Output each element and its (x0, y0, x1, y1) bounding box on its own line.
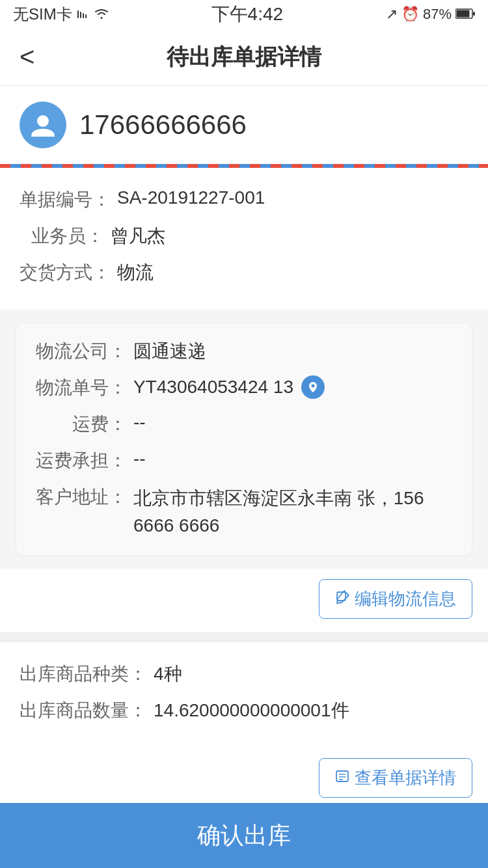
freight-bearer-label: 运费承担： (29, 448, 133, 473)
logistics-tracking-value: YT43064053424 13 (133, 375, 459, 399)
freight-value: -- (133, 412, 459, 433)
goods-section: 出库商品种类： 4种 出库商品数量： 14.620000000000001件 (0, 642, 488, 748)
location-icon: ↗ (386, 6, 398, 23)
alarm-icon: ⏰ (401, 6, 419, 23)
edit-logistics-label: 编辑物流信息 (355, 588, 456, 610)
status-right: ↗ ⏰ 87% (386, 6, 475, 23)
order-info-section: 单据编号： SA-20191227-001 业务员： 曾凡杰 交货方式： 物流 (0, 168, 488, 310)
confirm-button-label: 确认出库 (197, 820, 291, 852)
carrier-label: 无SIM卡 (13, 4, 72, 25)
status-bar: 无SIM卡 下午4:42 ↗ ⏰ 87% (0, 0, 488, 29)
logistics-tracking-row: 物流单号： YT43064053424 13 (29, 375, 459, 400)
svg-rect-2 (83, 13, 84, 18)
customer-phone: 17666666666 (79, 109, 247, 141)
logistics-company-row: 物流公司： 圆通速递 (29, 339, 459, 364)
svg-rect-0 (77, 10, 79, 18)
address-value: 北京市市辖区海淀区永丰南 张，156 6666 6666 (133, 485, 459, 539)
goods-types-label: 出库商品种类： (20, 662, 154, 686)
delivery-method-row: 交货方式： 物流 (20, 260, 468, 285)
edit-icon (335, 589, 349, 609)
address-label: 客户地址： (29, 485, 133, 509)
address-row: 客户地址： 北京市市辖区海淀区永丰南 张，156 6666 6666 (29, 485, 459, 539)
goods-quantity-row: 出库商品数量： 14.620000000000001件 (20, 698, 468, 723)
svg-point-7 (37, 115, 49, 127)
goods-types-row: 出库商品种类： 4种 (20, 662, 468, 686)
tracking-number-text: YT43064053424 13 (133, 377, 293, 398)
logistics-company-label: 物流公司： (29, 339, 133, 364)
customer-header: 17666666666 (0, 86, 488, 164)
content: 17666666666 单据编号： SA-20191227-001 业务员： 曾… (0, 86, 488, 868)
freight-row: 运费： -- (29, 412, 459, 437)
section-separator (0, 632, 488, 642)
document-number-label: 单据编号： (20, 187, 117, 212)
sales-person-label: 业务员： (20, 224, 111, 249)
logistics-card: 物流公司： 圆通速递 物流单号： YT43064053424 13 运费： --… (16, 323, 472, 556)
view-details-row: 查看单据详情 (0, 748, 488, 811)
svg-rect-5 (473, 12, 475, 16)
sim-icon (77, 5, 89, 23)
delivery-method-label: 交货方式： (20, 260, 117, 285)
view-details-button[interactable]: 查看单据详情 (319, 758, 472, 798)
svg-rect-1 (80, 12, 81, 18)
goods-quantity-value: 14.620000000000001件 (154, 698, 468, 723)
edit-logistics-row: 编辑物流信息 (0, 569, 488, 632)
battery-icon (455, 6, 475, 23)
view-details-label: 查看单据详情 (355, 766, 456, 789)
list-icon (335, 768, 349, 788)
delivery-method-value: 物流 (117, 260, 468, 285)
goods-quantity-label: 出库商品数量： (20, 698, 154, 723)
freight-label: 运费： (29, 412, 133, 437)
freight-bearer-value: -- (133, 448, 459, 469)
svg-point-8 (312, 385, 315, 388)
nav-bar: < 待出库单据详情 (0, 29, 488, 86)
logistics-tracking-label: 物流单号： (29, 375, 133, 400)
sales-person-value: 曾凡杰 (111, 224, 468, 249)
goods-types-value: 4种 (154, 662, 468, 686)
battery-label: 87% (423, 6, 452, 23)
page-title: 待出库单据详情 (167, 42, 321, 72)
document-number-value: SA-20191227-001 (117, 187, 468, 208)
track-location-button[interactable] (301, 375, 325, 399)
confirm-bar[interactable]: 确认出库 (0, 803, 488, 868)
document-number-row: 单据编号： SA-20191227-001 (20, 187, 468, 212)
edit-logistics-button[interactable]: 编辑物流信息 (319, 579, 472, 619)
status-time: 下午4:42 (211, 2, 284, 27)
back-button[interactable]: < (13, 36, 41, 78)
status-left: 无SIM卡 (13, 4, 109, 25)
sales-person-row: 业务员： 曾凡杰 (20, 224, 468, 249)
freight-bearer-row: 运费承担： -- (29, 448, 459, 473)
wifi-icon (94, 5, 109, 23)
back-icon: < (20, 42, 34, 71)
svg-rect-6 (457, 10, 470, 18)
logistics-company-value: 圆通速递 (133, 339, 459, 364)
svg-rect-3 (85, 14, 87, 18)
avatar (20, 102, 66, 148)
